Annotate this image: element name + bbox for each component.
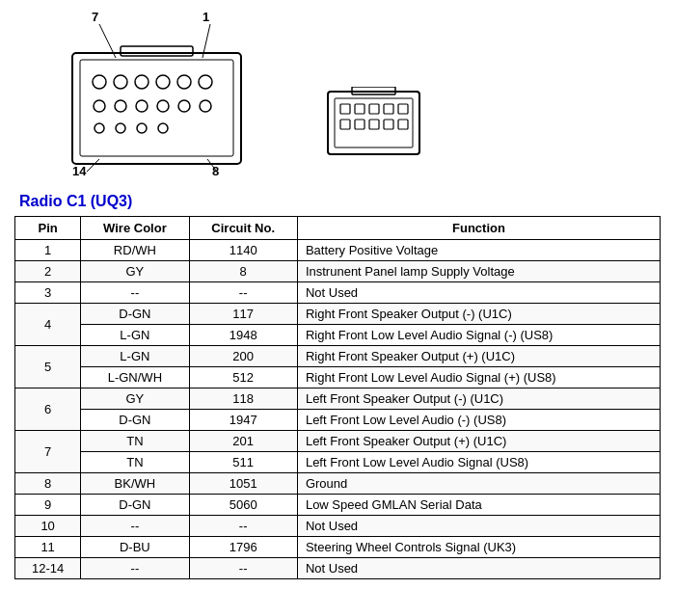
svg-point-6 xyxy=(135,75,148,89)
svg-point-9 xyxy=(199,75,212,89)
table-row: 11 D-BU 1796 Steering Wheel Controls Sig… xyxy=(15,537,661,558)
header-circuit-no: Circuit No. xyxy=(189,217,297,240)
diagram-area: 7 1 xyxy=(14,10,661,188)
wiring-table: Pin Wire Color Circuit No. Function 1 RD… xyxy=(14,216,661,579)
svg-rect-32 xyxy=(340,120,350,129)
table-row: TN 511 Left Front Low Level Audio Signal… xyxy=(15,452,661,473)
svg-point-17 xyxy=(116,123,125,133)
table-row: 3 -- -- Not Used xyxy=(15,282,661,304)
svg-rect-28 xyxy=(355,104,364,114)
svg-rect-36 xyxy=(398,120,408,129)
table-row: 1 RD/WH 1140 Battery Positive Voltage xyxy=(15,240,661,261)
svg-rect-26 xyxy=(335,98,413,147)
table-row: 10 -- -- Not Used xyxy=(15,516,661,537)
table-row: 7 TN 201 Left Front Speaker Output (+) (… xyxy=(15,431,661,452)
svg-point-7 xyxy=(156,75,170,89)
table-row: L-GN 1948 Right Front Low Level Audio Si… xyxy=(15,325,661,346)
svg-rect-24 xyxy=(121,46,193,56)
section-title: Radio C1 (UQ3) xyxy=(14,193,661,210)
header-pin: Pin xyxy=(15,217,81,240)
svg-rect-33 xyxy=(355,120,364,129)
table-row: D-GN 1947 Left Front Low Level Audio (-)… xyxy=(15,410,661,431)
svg-rect-35 xyxy=(384,120,393,129)
svg-rect-34 xyxy=(369,120,379,129)
header-wire-color: Wire Color xyxy=(81,217,189,240)
svg-point-13 xyxy=(157,100,169,112)
table-row: 6 GY 118 Left Front Speaker Output (-) (… xyxy=(15,388,661,410)
svg-point-4 xyxy=(93,75,106,89)
table-row: 12-14 -- -- Not Used xyxy=(15,558,661,579)
svg-point-19 xyxy=(158,123,168,133)
svg-point-8 xyxy=(177,75,191,89)
svg-rect-30 xyxy=(384,104,393,114)
svg-rect-2 xyxy=(72,53,241,164)
svg-rect-27 xyxy=(340,104,350,114)
svg-point-16 xyxy=(94,123,104,133)
svg-rect-25 xyxy=(328,92,419,154)
svg-point-10 xyxy=(94,100,105,112)
svg-point-14 xyxy=(178,100,190,112)
svg-point-12 xyxy=(136,100,148,112)
table-row: 5 L-GN 200 Right Front Speaker Output (+… xyxy=(15,346,661,367)
header-function: Function xyxy=(297,217,660,240)
svg-text:14: 14 xyxy=(72,164,87,178)
table-row: 2 GY 8 Instrunent Panel lamp Supply Volt… xyxy=(15,261,661,282)
table-row: 9 D-GN 5060 Low Speed GMLAN Serial Data xyxy=(15,495,661,516)
page-container: 7 1 xyxy=(0,0,675,589)
svg-line-21 xyxy=(87,159,99,172)
table-row: 8 BK/WH 1051 Ground xyxy=(15,473,661,495)
svg-point-5 xyxy=(114,75,127,89)
svg-point-11 xyxy=(115,100,126,112)
svg-point-15 xyxy=(200,100,211,112)
svg-rect-29 xyxy=(369,104,379,114)
svg-rect-31 xyxy=(398,104,408,114)
svg-point-18 xyxy=(137,123,147,133)
table-row: L-GN/WH 512 Right Front Low Level Audio … xyxy=(15,367,661,388)
table-row: 4 D-GN 117 Right Front Speaker Output (-… xyxy=(15,304,661,325)
